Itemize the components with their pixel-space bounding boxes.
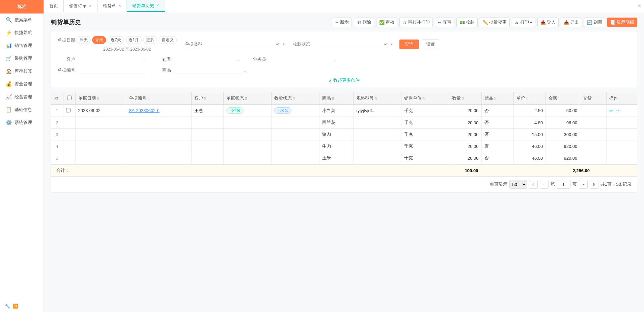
page-next-btn[interactable]: › xyxy=(579,180,588,189)
batch-change-button[interactable]: ✏️ 批量变更 xyxy=(480,18,510,27)
docno-link[interactable]: SA-20230602-0 xyxy=(129,108,160,113)
data-table-wrapper: ⚙ 单据日期⇅ 单据编号⇅ 客户⇅ 单据状态⇅ 收款状态⇅ 商品⇅ 规格型号⇅ … xyxy=(51,92,637,192)
row-checkbox-cell[interactable] xyxy=(63,129,75,140)
table-row[interactable]: 2 西兰花 千克 20.00 否 4.80 96.00 xyxy=(51,117,637,129)
close-sales-order-tab[interactable]: ✕ xyxy=(89,4,92,8)
row-action-cell xyxy=(606,152,637,164)
import-icon: 📥 xyxy=(540,20,546,25)
audit-button[interactable]: ✅ 审核 xyxy=(376,18,397,27)
row-checkbox[interactable] xyxy=(66,108,71,112)
sidebar-item-sys-mgmt[interactable]: ⚙️ 系统管理 xyxy=(0,116,44,129)
row-action-cell: ✏ ⋯ xyxy=(606,105,637,117)
sort-docno-icon[interactable]: ⇅ xyxy=(147,97,150,100)
tab-sales-order[interactable]: 销售订单 ✕ xyxy=(64,0,97,12)
select-all-checkbox[interactable] xyxy=(67,96,72,100)
filter-date-group: 单据日期 昨天 今天 近7天 近1月 更多 自定义 2023-06-02 至 2… xyxy=(56,36,177,52)
per-page-select[interactable]: 50 10 20 100 xyxy=(509,180,527,189)
collect-button[interactable]: 💵 收款 xyxy=(456,18,478,27)
new-button[interactable]: ＋ 新增 xyxy=(332,18,352,27)
sort-customer-icon[interactable]: ⇅ xyxy=(204,97,206,100)
page-first-btn[interactable]: ⟪ xyxy=(529,180,538,189)
date-tag-7days[interactable]: 近7天 xyxy=(108,36,124,44)
th-customer: 客户⇅ xyxy=(192,92,224,105)
payment-status-select[interactable] xyxy=(313,40,388,48)
goods-ellipsis[interactable]: ... xyxy=(244,68,248,73)
th-checkbox[interactable] xyxy=(63,92,75,105)
page-label: 第 xyxy=(551,181,555,187)
sidebar-item-inventory[interactable]: 🏠 库存核算 xyxy=(0,65,44,78)
sidebar-item-base-info[interactable]: 📋 基础信息 xyxy=(0,103,44,116)
abandon-button[interactable]: ↩ 弃审 xyxy=(435,18,454,27)
table-row[interactable]: 4 牛肉 千克 20.00 否 46.00 920.00 xyxy=(51,140,637,152)
sort-qty-icon[interactable]: ⇅ xyxy=(461,97,464,100)
refresh-button[interactable]: 🔄 刷新 xyxy=(584,18,605,27)
filter-collapse-btn[interactable]: ∧ 收起更多条件 xyxy=(56,77,632,83)
show-detail-button[interactable]: 📑 显示明细 xyxy=(607,18,637,27)
delete-button[interactable]: 🗑 删除 xyxy=(354,18,374,27)
row-checkbox-cell[interactable] xyxy=(63,117,75,129)
audit-print-button[interactable]: 🖨 审核并打印 xyxy=(399,18,433,27)
sort-doc-status-icon[interactable]: ⇅ xyxy=(245,97,247,100)
sidebar-item-quick-nav[interactable]: ⚡ 快捷导航 xyxy=(0,26,44,39)
sort-price-icon[interactable]: ⇅ xyxy=(526,97,529,100)
sidebar-item-capital-mgmt[interactable]: 💰 资金管理 xyxy=(0,78,44,90)
query-button[interactable]: 查询 xyxy=(399,40,419,49)
sort-date-icon[interactable]: ⇅ xyxy=(96,97,99,100)
sidebar-tool-icon[interactable]: 🔧 xyxy=(5,304,10,309)
sidebar-pause-icon[interactable]: ⏸️ xyxy=(13,304,18,309)
tab-sales-history[interactable]: 销货单历史 ✕ xyxy=(127,0,165,12)
docno-input[interactable] xyxy=(78,67,145,74)
sidebar-item-label: 基础信息 xyxy=(15,107,32,113)
sidebar-item-search-menu[interactable]: 🔍 搜索菜单 xyxy=(0,14,44,26)
sidebar-item-sales-mgmt[interactable]: 📊 销售管理 xyxy=(0,39,44,52)
row-checkbox-cell[interactable] xyxy=(63,140,75,152)
doc-type-select[interactable] xyxy=(205,40,280,48)
export-button[interactable]: 📤 导出 xyxy=(561,18,582,27)
table-row[interactable]: 1 2023-06-02 SA-20230602-0 王总 已生效 已收款 小白… xyxy=(51,105,637,117)
settings-button[interactable]: 设置 xyxy=(422,40,439,49)
date-tag-more[interactable]: 更多 xyxy=(143,36,157,44)
page-input[interactable] xyxy=(557,180,570,189)
sort-gift-icon[interactable]: ⇅ xyxy=(494,97,497,100)
th-unit: 销售单位⇅ xyxy=(401,92,449,105)
row-customer xyxy=(192,140,224,152)
close-sales-history-tab[interactable]: ✕ xyxy=(156,3,159,8)
page-prev-btn[interactable]: ‹ xyxy=(540,180,549,189)
import-button[interactable]: 📥 导入 xyxy=(537,18,559,27)
close-sales-goods-tab[interactable]: ✕ xyxy=(118,4,121,8)
sort-pay-status-icon[interactable]: ⇅ xyxy=(292,97,295,100)
customer-ellipsis[interactable]: ... xyxy=(141,57,145,62)
sort-unit-icon[interactable]: ⇅ xyxy=(422,97,425,100)
tab-sales-goods[interactable]: 销货单 ✕ xyxy=(97,0,127,12)
warehouse-input[interactable] xyxy=(173,56,234,63)
row-unit: 千克 xyxy=(401,129,449,140)
filter-warehouse-group: 仓库 ... xyxy=(152,56,241,63)
customer-input[interactable] xyxy=(78,56,139,63)
edit-row-icon[interactable]: ✏ xyxy=(609,108,613,113)
date-tag-yesterday[interactable]: 昨天 xyxy=(77,36,91,44)
salesperson-input[interactable] xyxy=(269,56,330,63)
row-checkbox-cell[interactable] xyxy=(63,152,75,164)
tab-sales-goods-label: 销货单 xyxy=(103,3,116,9)
date-tag-1month[interactable]: 近1月 xyxy=(125,36,142,44)
sidebar-item-purchase-mgmt[interactable]: 🛒 采购管理 xyxy=(0,52,44,65)
table-row[interactable]: 3 猪肉 千克 20.00 否 15.00 300.00 xyxy=(51,129,637,140)
window-close-btn[interactable]: ✕ xyxy=(635,0,644,12)
sidebar-item-ops-mgmt[interactable]: 📈 经营管理 xyxy=(0,90,44,103)
date-tag-custom[interactable]: 自定义 xyxy=(159,36,177,44)
th-settings[interactable]: ⚙ xyxy=(51,92,63,105)
more-row-icon[interactable]: ⋯ xyxy=(616,108,621,113)
goods-input[interactable] xyxy=(174,67,241,74)
sort-goods-icon[interactable]: ⇅ xyxy=(332,97,334,100)
warehouse-ellipsis[interactable]: ... xyxy=(237,57,241,62)
table-row[interactable]: 5 玉米 千克 20.00 否 46.00 920.00 xyxy=(51,152,637,164)
tab-home[interactable]: 首页 xyxy=(44,0,64,12)
row-checkbox-cell[interactable] xyxy=(63,105,75,117)
salesperson-ellipsis[interactable]: ... xyxy=(332,57,336,62)
date-tag-today[interactable]: 今天 xyxy=(92,36,106,44)
print-button[interactable]: 🖨 打印 ▾ xyxy=(512,18,535,27)
row-unit: 千克 xyxy=(401,105,449,117)
page-last-btn[interactable]: ⟫ xyxy=(590,180,598,189)
row-docno xyxy=(126,129,191,140)
sort-spec-icon[interactable]: ⇅ xyxy=(374,97,377,100)
